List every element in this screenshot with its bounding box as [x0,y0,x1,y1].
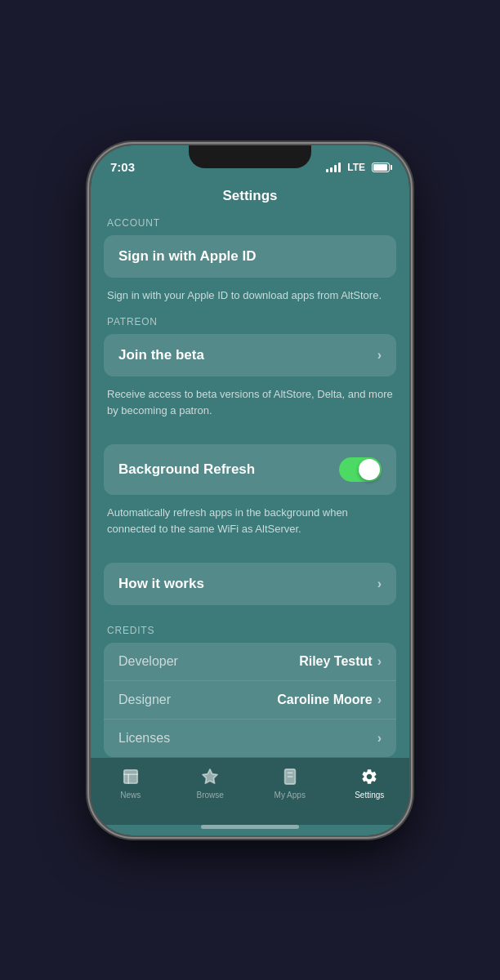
background-refresh-card: Background Refresh [104,444,396,495]
how-it-works-chevron-icon: › [377,577,382,591]
developer-chevron-icon: › [377,654,382,669]
background-refresh-toggle[interactable] [339,457,382,482]
sign-in-title: Sign in with Apple ID [118,248,256,265]
designer-label: Designer [118,693,171,707]
notch [189,145,311,168]
credits-section-label: CREDITS [91,625,409,643]
battery-icon [372,163,390,172]
developer-name: Riley Testut [299,654,373,669]
how-it-works-row[interactable]: How it works › [104,563,396,605]
battery-fill [373,164,387,171]
how-it-works-title: How it works [118,576,204,592]
join-beta-description: Receive access to beta versions of AltSt… [91,383,409,431]
sign-in-description: Sign in with your Apple ID to download a… [91,284,409,317]
join-beta-title: Join the beta [118,347,204,363]
news-icon [120,766,141,787]
browse-icon [199,766,221,787]
licenses-label: Licenses [118,731,170,746]
designer-value: Caroline Moore › [277,693,382,707]
signal-bar-4 [338,163,341,172]
signal-bar-3 [334,165,337,172]
myapps-icon [279,766,301,787]
tab-myapps[interactable]: My Apps [250,766,330,800]
developer-row[interactable]: Developer Riley Testut › [104,643,396,681]
tab-browse[interactable]: Browse [171,766,251,800]
background-refresh-row: Background Refresh [104,444,396,495]
page-title: Settings [91,181,409,217]
status-icons: LTE [326,162,390,173]
background-refresh-title: Background Refresh [118,461,255,478]
signal-bars-icon [326,163,341,172]
sign-in-card[interactable]: Sign in with Apple ID [104,235,396,278]
status-time: 7:03 [110,160,135,174]
settings-tab-label: Settings [355,791,384,800]
svg-marker-3 [203,768,217,782]
signal-bar-2 [330,167,333,172]
myapps-tab-label: My Apps [275,791,306,800]
account-section-label: ACCOUNT [91,217,409,235]
developer-value: Riley Testut › [299,654,382,669]
licenses-chevron-icon: › [377,731,382,746]
credits-card: Developer Riley Testut › Designer Caroli… [104,643,396,757]
phone-wrapper: 7:03 LTE Settings [0,0,500,980]
settings-icon [359,766,380,787]
designer-row[interactable]: Designer Caroline Moore › [104,681,396,719]
signal-bar-1 [326,169,328,172]
designer-name: Caroline Moore [277,693,372,707]
designer-chevron-icon: › [377,693,382,707]
browse-tab-label: Browse [197,791,224,800]
phone-screen: 7:03 LTE Settings [91,145,409,835]
tab-news[interactable]: News [91,766,171,800]
lte-label: LTE [347,162,365,173]
tab-bar: News Browse [91,757,409,825]
background-refresh-description: Automatically refresh apps in the backgr… [91,501,409,550]
how-it-works-card[interactable]: How it works › [104,563,396,605]
toggle-thumb [359,459,380,480]
home-indicator [201,825,299,829]
licenses-value: › [377,731,382,746]
phone-frame: 7:03 LTE Settings [91,145,409,835]
news-tab-label: News [120,791,141,800]
developer-label: Developer [118,654,178,669]
settings-content: Settings ACCOUNT Sign in with Apple ID S… [91,181,409,757]
tab-settings[interactable]: Settings [330,766,410,800]
join-beta-row[interactable]: Join the beta › [104,334,396,376]
svg-rect-0 [124,769,138,783]
join-beta-card[interactable]: Join the beta › [104,334,396,376]
sign-in-row[interactable]: Sign in with Apple ID [104,235,396,278]
join-beta-chevron-icon: › [377,348,382,363]
licenses-row[interactable]: Licenses › [104,719,396,757]
patreon-section-label: PATREON [91,316,409,334]
